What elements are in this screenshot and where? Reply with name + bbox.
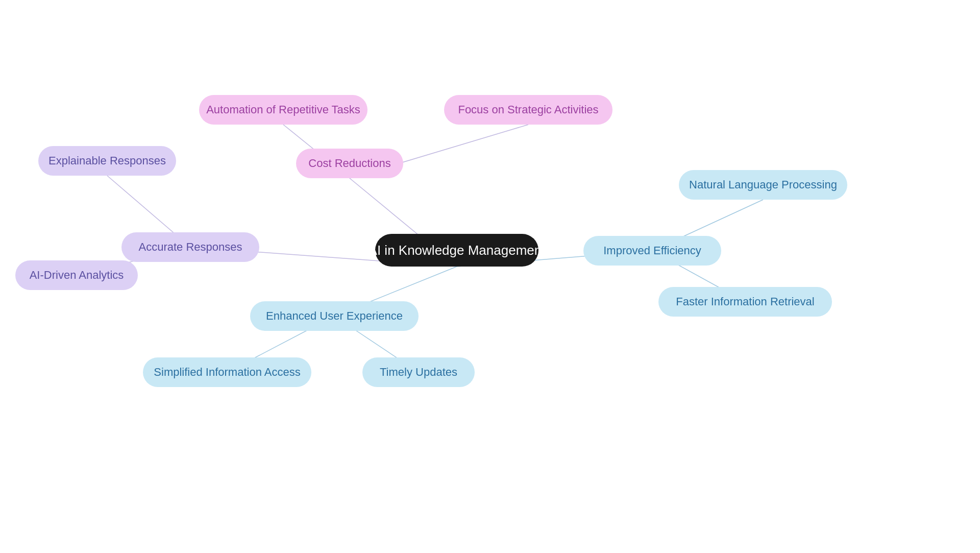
center-node: AI in Knowledge Management — [375, 234, 538, 267]
ai-analytics-node: AI-Driven Analytics — [15, 260, 138, 290]
nlp-node: Natural Language Processing — [679, 170, 847, 200]
accurate-node: Accurate Responses — [121, 232, 259, 262]
enhanced-node: Enhanced User Experience — [250, 301, 419, 331]
focus-node: Focus on Strategic Activities — [444, 95, 612, 125]
timely-node: Timely Updates — [362, 357, 475, 387]
improved-node: Improved Efficiency — [583, 236, 721, 266]
cost-node: Cost Reductions — [296, 149, 403, 178]
explainable-node: Explainable Responses — [38, 146, 176, 176]
automation-node: Automation of Repetitive Tasks — [199, 95, 368, 125]
simplified-node: Simplified Information Access — [143, 357, 311, 387]
faster-node: Faster Information Retrieval — [658, 287, 832, 317]
